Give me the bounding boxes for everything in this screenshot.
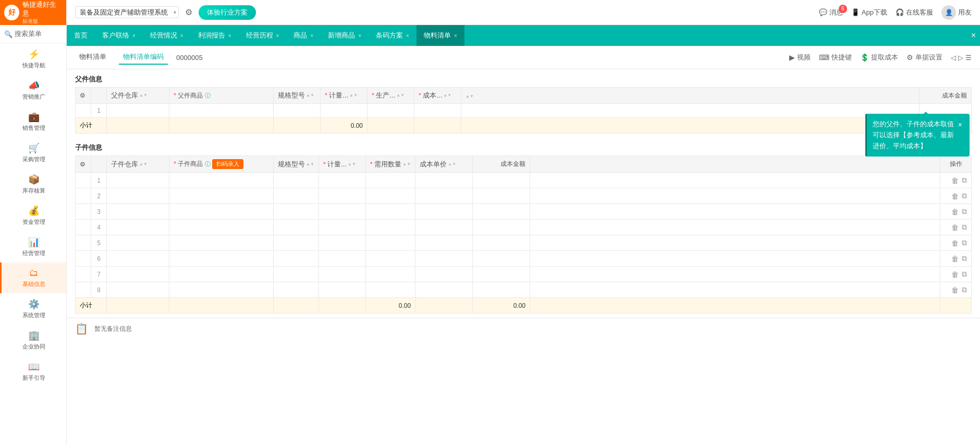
copy-row6-icon[interactable]: ⧉: [962, 254, 967, 263]
tab-profit-report[interactable]: 利润报告×: [191, 25, 239, 46]
child-table-row: 2 🗑 ⧉: [76, 188, 972, 204]
tab-new-product[interactable]: 新增商品×: [321, 25, 369, 46]
child-row1-qty[interactable]: [365, 173, 415, 188]
child-row2-spec[interactable]: [274, 188, 319, 204]
child-table-header: ⚙ 子件仓库 ▲▼ * 子件商品 ⓘ 扫码录入: [76, 156, 972, 173]
system-select-wrap[interactable]: 装备及固定资产辅助管理系统: [75, 6, 179, 18]
sidebar-item-guide[interactable]: 📖 新手引导: [0, 356, 66, 387]
sidebar-item-system[interactable]: ⚙️ 系统管理: [0, 293, 66, 325]
child-row1-warehouse[interactable]: [107, 173, 169, 188]
child-col-settings[interactable]: ⚙: [76, 156, 91, 173]
delete-row7-icon[interactable]: 🗑: [951, 270, 959, 279]
sidebar-item-inventory[interactable]: 📦 库存核算: [0, 169, 66, 200]
delete-row5-icon[interactable]: 🗑: [951, 239, 959, 247]
view-icon: ▶: [789, 53, 795, 62]
child-row2-qty[interactable]: [365, 188, 415, 204]
copy-row3-icon[interactable]: ⧉: [962, 207, 967, 216]
app-download-btn[interactable]: 📱 App下载: [851, 8, 887, 17]
child-row1-unit-price[interactable]: [415, 173, 473, 188]
delete-row8-icon[interactable]: 🗑: [951, 286, 959, 294]
close-history-icon[interactable]: ×: [276, 33, 279, 39]
child-row2-unit[interactable]: [318, 188, 365, 204]
child-table-row: 3 🗑 ⧉: [76, 204, 972, 220]
delete-row3-icon[interactable]: 🗑: [951, 208, 959, 216]
online-service-btn[interactable]: 🎧 在线客服: [896, 8, 933, 17]
sidebar-item-purchase[interactable]: 🛒 采购管理: [0, 137, 66, 169]
content-area: 物料清单 物料清单编码 0000005 ▶ 视频 ⌨ 快捷键 💲 提取成本 ⚙: [67, 46, 980, 444]
sidebar-item-finance[interactable]: 💰 资金管理: [0, 200, 66, 231]
copy-row7-icon[interactable]: ⧉: [962, 270, 967, 279]
child-col-warehouse: 子件仓库 ▲▼: [107, 156, 169, 173]
delete-row6-icon[interactable]: 🗑: [951, 255, 959, 263]
settings-icon[interactable]: ⚙: [185, 7, 192, 17]
sidebar-item-quick-nav[interactable]: ⚡ 快捷导航: [0, 43, 66, 75]
close-new-product-icon[interactable]: ×: [358, 33, 361, 39]
tab-products[interactable]: 商品×: [286, 25, 321, 46]
copy-row2-icon[interactable]: ⧉: [962, 191, 967, 200]
close-customers-icon[interactable]: ×: [132, 33, 136, 39]
view-btn[interactable]: ▶ 视频: [789, 53, 811, 62]
tab-home[interactable]: 首页: [67, 25, 95, 46]
child-row1-spec[interactable]: [274, 173, 319, 188]
close-operations-icon[interactable]: ×: [180, 33, 183, 39]
copy-row8-icon[interactable]: ⧉: [962, 285, 967, 294]
tooltip-close-btn[interactable]: ×: [958, 119, 962, 130]
guide-icon: 📖: [28, 361, 40, 373]
close-products-icon[interactable]: ×: [310, 33, 313, 39]
tab-barcode-plan[interactable]: 条码方案×: [369, 25, 416, 46]
delete-row1-icon[interactable]: 🗑: [951, 176, 959, 185]
cost-btn[interactable]: 💲 提取成本: [860, 53, 898, 62]
parent-row-warehouse[interactable]: [107, 104, 169, 118]
sidebar-item-operations[interactable]: 📊 经营管理: [0, 231, 66, 262]
parent-row-spec[interactable]: [274, 104, 321, 118]
nav-prev-icon[interactable]: ◁: [951, 54, 956, 62]
sidebar-item-marketing[interactable]: 📣 营销推广: [0, 75, 66, 106]
bom-list-subtab[interactable]: 物料清单: [75, 50, 111, 65]
search-menu[interactable]: 🔍 搜索菜单: [0, 25, 66, 43]
bom-code-subtab[interactable]: 物料清单编码: [119, 50, 168, 65]
copy-row1-icon[interactable]: ⧉: [962, 176, 967, 185]
child-table-row: 1 🗑 ⧉: [76, 173, 972, 188]
child-row2-unit-price[interactable]: [415, 188, 473, 204]
parent-row-unit[interactable]: [321, 104, 368, 118]
close-bom-icon[interactable]: ×: [454, 33, 457, 39]
subtabs-right-actions: ▶ 视频 ⌨ 快捷键 💲 提取成本 ⚙ 单据设置 ◁ ▷: [789, 53, 972, 62]
close-barcode-icon[interactable]: ×: [406, 33, 409, 39]
parent-col-cost: * 成本... ▲▼: [414, 88, 461, 104]
avatar: 👤: [941, 5, 956, 20]
child-row1-unit[interactable]: [318, 173, 365, 188]
tab-operations-status[interactable]: 经营情况×: [143, 25, 191, 46]
sidebar-item-basic-info[interactable]: 🗂 基础信息: [0, 262, 66, 293]
parent-table-header: ⚙ 父件仓库 ▲▼ * 父件商品 ⓘ: [76, 88, 972, 104]
nav-next-icon[interactable]: ▷: [958, 54, 963, 62]
list-view-icon[interactable]: ☰: [965, 54, 972, 62]
parent-row-product[interactable]: [169, 104, 274, 118]
service-icon: 🎧: [896, 8, 904, 16]
messages-btn[interactable]: 💬 消息 6: [819, 8, 843, 17]
trial-button[interactable]: 体验行业方案: [199, 5, 256, 20]
child-row2-product[interactable]: [169, 188, 274, 204]
parent-row-production[interactable]: [368, 104, 414, 118]
copy-row4-icon[interactable]: ⧉: [962, 223, 967, 232]
navtabs-close-all[interactable]: ×: [971, 31, 980, 40]
child-subtotal-qty: 0.00: [365, 298, 415, 314]
delete-row4-icon[interactable]: 🗑: [951, 223, 959, 232]
copy-row5-icon[interactable]: ⧉: [962, 238, 967, 247]
close-profit-icon[interactable]: ×: [228, 33, 231, 39]
parent-row-cost[interactable]: [414, 104, 461, 118]
tab-op-history[interactable]: 经营历程×: [239, 25, 287, 46]
child-row1-product[interactable]: [169, 173, 274, 188]
sidebar-logo: 好 畅捷通好生意 标准版: [0, 0, 66, 25]
sidebar-item-sales[interactable]: 💼 销售管理: [0, 106, 66, 137]
parent-col-settings[interactable]: ⚙: [76, 88, 91, 104]
tab-bom-list[interactable]: 物料清单×: [416, 25, 464, 46]
shortcut-btn[interactable]: ⌨ 快捷键: [819, 53, 852, 62]
system-select[interactable]: 装备及固定资产辅助管理系统: [75, 6, 179, 18]
user-btn[interactable]: 👤 用友: [941, 5, 972, 20]
delete-row2-icon[interactable]: 🗑: [951, 192, 959, 200]
sidebar-item-enterprise[interactable]: 🏢 企业协同: [0, 325, 66, 356]
tab-customers[interactable]: 客户联络×: [95, 25, 143, 46]
scan-button[interactable]: 扫码录入: [212, 159, 243, 169]
child-row2-warehouse[interactable]: [107, 188, 169, 204]
single-settings-btn[interactable]: ⚙ 单据设置: [906, 53, 942, 62]
